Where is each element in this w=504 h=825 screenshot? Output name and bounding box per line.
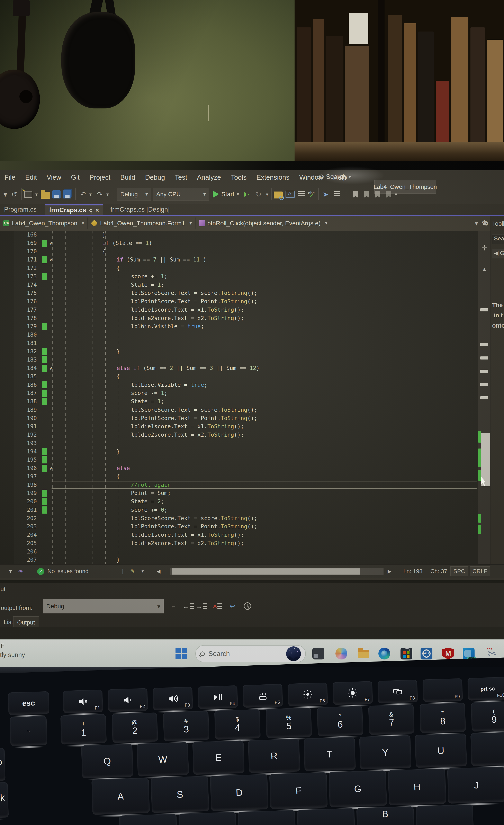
undo-caret[interactable]: ▾ [88, 189, 93, 200]
key-F8[interactable]: F8 [377, 680, 418, 703]
output-source-dropdown[interactable]: Debug▾ [43, 599, 164, 613]
weather-temperature-fragment[interactable]: F [1, 643, 4, 649]
save-icon[interactable] [51, 189, 62, 200]
gear-icon[interactable]: ✿ [478, 219, 491, 226]
collapse-icon[interactable]: ∨ [49, 364, 53, 372]
menu-debug[interactable]: Debug [145, 173, 165, 181]
code-line-176[interactable]: 176lblPointScore.Text = Point.ToString()… [0, 297, 478, 306]
bookmark-prev-icon[interactable] [361, 189, 372, 200]
code-line-179[interactable]: 179lblWin.Visible = true; [0, 322, 478, 331]
configuration-dropdown[interactable]: Debug▾ [117, 188, 151, 201]
menu-analyze[interactable]: Analyze [197, 173, 221, 181]
key-F[interactable]: F [269, 772, 328, 809]
key-E[interactable]: E [192, 741, 244, 775]
key-bottom-partial[interactable] [416, 805, 474, 825]
menu-project[interactable]: Project [89, 173, 110, 181]
key-8[interactable]: *8 [420, 703, 466, 733]
start-button[interactable] [175, 648, 187, 660]
code-line-173[interactable]: 173score += 1; [0, 272, 478, 281]
feedback-icon[interactable]: ❧ [18, 565, 23, 578]
spell-check-icon[interactable]: abc✓ [306, 189, 317, 200]
app-window-icon[interactable] [312, 648, 324, 660]
pen-caret[interactable]: ▾ [142, 565, 144, 578]
tab-frmcraps-cs-design-[interactable]: frmCraps.cs [Design] [106, 204, 174, 215]
tab-program-cs[interactable]: Program.cs [0, 204, 40, 215]
menu-extensions[interactable]: Extensions [256, 173, 289, 181]
weather-condition-fragment[interactable]: tly sunny [0, 651, 25, 659]
menu-edit[interactable]: Edit [25, 173, 37, 181]
code-line-196[interactable]: 196∨else [0, 464, 478, 472]
menu-git[interactable]: Git [71, 173, 80, 181]
key-H[interactable]: H [388, 768, 446, 806]
code-line-188[interactable]: 188State = 1; [0, 397, 478, 406]
taskbar-search[interactable]: Search [195, 645, 306, 662]
code-line-195[interactable]: 195 [0, 456, 478, 464]
key-esc[interactable]: esc [8, 691, 49, 715]
outlook-icon[interactable]: NEW [463, 648, 475, 660]
key-F7[interactable]: F7 [333, 681, 373, 705]
key-bottom-partial[interactable] [297, 808, 355, 825]
toolbox-search-input[interactable]: Searc [492, 234, 504, 244]
previous-message-icon[interactable]: ← [183, 600, 194, 612]
tab-output[interactable]: Output [13, 616, 39, 628]
collapse-icon[interactable]: ∨ [49, 464, 53, 472]
key-2[interactable]: @2 [112, 712, 158, 743]
hot-reload-caret[interactable]: ▾ [264, 189, 270, 200]
code-line-185[interactable]: 185{ [0, 372, 478, 381]
key-4[interactable]: $4 [215, 709, 261, 740]
key-capslock-partial[interactable]: k [0, 782, 9, 819]
pen-icon[interactable]: ✎ [130, 565, 135, 578]
key-1[interactable]: !1 [60, 714, 106, 745]
copilot-icon[interactable] [335, 648, 347, 660]
key-9[interactable]: (9 [471, 701, 504, 732]
code-line-169[interactable]: 169∨if (State == 1) [0, 239, 478, 247]
key-F3[interactable]: F3 [153, 687, 193, 710]
key-R[interactable]: R [248, 739, 300, 773]
clear-indent-icon[interactable]: ⌐ [168, 600, 179, 612]
toolbox-section-general[interactable]: ◀ Ge [492, 249, 504, 258]
breadcrumb-project[interactable]: C# Lab4_Owen_Thompson ▾ [0, 218, 88, 229]
code-line-190[interactable]: 190lblPointScore.Text = Point.ToString()… [0, 414, 478, 423]
key-bottom-partial[interactable] [178, 812, 237, 825]
key-6[interactable]: ^6 [317, 706, 363, 736]
status-spaces[interactable]: SPC [450, 567, 468, 576]
code-line-200[interactable]: 200State = 2; [0, 498, 478, 506]
scroll-right-icon[interactable]: ▶ [388, 565, 391, 578]
key-Q[interactable]: Q [81, 744, 134, 778]
code-line-202[interactable]: 202lblScoreScore.Text = score.ToString()… [0, 514, 478, 523]
code-line-186[interactable]: 186lblLose.Visible = true; [0, 381, 478, 389]
code-line-189[interactable]: 189lblScoreScore.Text = score.ToString()… [0, 406, 478, 414]
window-home-icon[interactable] [285, 189, 296, 200]
key-bottom-partial[interactable] [119, 814, 177, 825]
key-B[interactable]: B [356, 806, 414, 825]
key-T[interactable]: T [304, 737, 356, 771]
code-line-180[interactable]: 180 [0, 331, 478, 339]
timestamp-icon[interactable] [242, 600, 253, 612]
key-F10[interactable]: prt scF10 [468, 677, 504, 700]
new-project-icon[interactable] [23, 189, 33, 200]
pointer-tool-icon[interactable]: ➤ [320, 189, 331, 200]
key-5[interactable]: %5 [266, 707, 312, 738]
microsoft-store-icon[interactable] [401, 648, 412, 660]
code-line-181[interactable]: 181 [0, 339, 478, 348]
code-line-170[interactable]: 170{ [0, 247, 478, 256]
chevron-down-icon[interactable]: ▾ [9, 565, 12, 578]
code-line-194[interactable]: 194} [0, 447, 478, 456]
code-line-187[interactable]: 187score -= 1; [0, 389, 478, 397]
code-line-172[interactable]: 172{ [0, 264, 478, 272]
run-without-debug-icon[interactable] [241, 189, 252, 200]
key-3[interactable]: #3 [163, 711, 209, 741]
key-F1[interactable]: F1 [63, 689, 103, 713]
key-W[interactable]: W [137, 742, 189, 776]
key-bottom-partial[interactable] [238, 810, 296, 825]
save-all-icon[interactable] [62, 189, 72, 200]
editor-vertical-scrollbar[interactable] [478, 231, 491, 564]
dock-splitter-icon[interactable]: ✛ [478, 244, 491, 252]
bookmark-icon[interactable] [350, 189, 361, 200]
key-D[interactable]: D [210, 774, 268, 811]
find-in-files-icon[interactable] [273, 189, 283, 200]
key-G[interactable]: G [329, 770, 387, 807]
key-i-partial[interactable] [471, 732, 504, 766]
scroll-up-icon[interactable]: ▲ [478, 266, 491, 272]
code-line-168[interactable]: 168} [0, 231, 478, 239]
